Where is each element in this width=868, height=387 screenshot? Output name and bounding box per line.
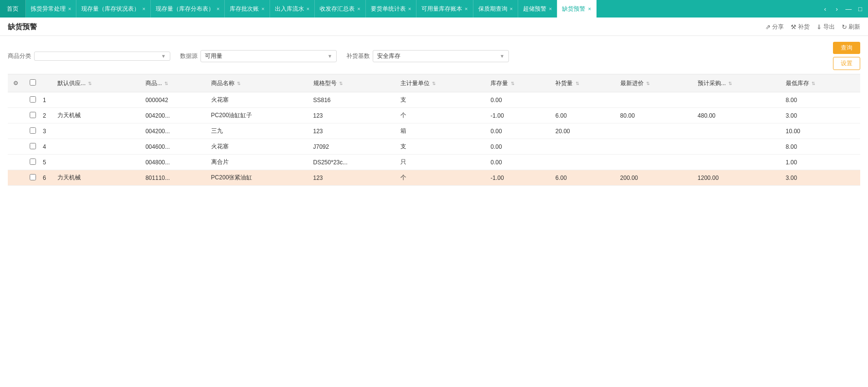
tab-bar: 首页 拣货异常处理 × 现存量（库存状况表） × 现存量（库存分布表） × 库存…	[0, 0, 868, 18]
latest-price-column-header[interactable]: 最新进价 ⇅	[617, 74, 695, 92]
row-gear-cell	[8, 170, 25, 186]
row-checkbox-cell[interactable]	[25, 170, 40, 186]
row-checkbox-cell[interactable]	[25, 123, 40, 139]
product-name-column-header[interactable]: 商品名称 ⇅	[208, 74, 310, 92]
row-latest-price-cell	[617, 123, 695, 139]
refresh-button[interactable]: ↻ 刷新	[842, 23, 860, 31]
select-all-checkbox[interactable]	[30, 79, 36, 86]
row-supplier-cell: 力天机械	[54, 108, 143, 123]
tab-nav-buttons: ‹ › — □	[819, 3, 868, 15]
tab-5[interactable]: 出入库流水 ×	[270, 0, 315, 18]
row-spec-cell: SS816	[310, 92, 398, 108]
row-supplier-cell: 力天机械	[54, 170, 143, 186]
row-checkbox-5[interactable]	[30, 174, 36, 180]
tab-8-close[interactable]: ×	[465, 6, 468, 12]
tab-7[interactable]: 要货单统计表 ×	[366, 0, 416, 18]
tab-1[interactable]: 拣货异常处理 ×	[26, 0, 76, 18]
tab-3-close[interactable]: ×	[217, 6, 219, 12]
gear-icon[interactable]: ⚙	[11, 78, 20, 88]
tab-10-close[interactable]: ×	[549, 6, 552, 12]
tab-maximize-button[interactable]: □	[854, 3, 866, 15]
filter-action-buttons: 查询 设置	[833, 42, 860, 70]
datasource-select[interactable]: 可用量 ▼	[200, 50, 337, 62]
spec-sort-icon: ⇅	[339, 81, 343, 86]
tab-1-close[interactable]: ×	[68, 6, 71, 12]
supplement-select[interactable]: 安全库存 ▼	[373, 50, 509, 62]
tab-4[interactable]: 库存批次账 ×	[225, 0, 270, 18]
row-product-name-cell: 火花塞	[208, 92, 310, 108]
query-button[interactable]: 查询	[833, 42, 860, 54]
row-num-cell: 3	[40, 123, 54, 139]
tab-4-close[interactable]: ×	[261, 6, 264, 12]
unit-column-header[interactable]: 主计量单位 ⇅	[398, 74, 488, 92]
tab-4-label: 库存批次账	[230, 5, 259, 13]
table-body: 1 0000042 火花塞 SS816 支 0.00 8.00 2 力天机械 0…	[8, 92, 860, 186]
supplier-column-header[interactable]: 默认供应... ⇅	[54, 74, 143, 92]
row-num-cell: 1	[40, 92, 54, 108]
tab-6-close[interactable]: ×	[357, 6, 360, 12]
row-product-name-cell: PC200张紧油缸	[208, 170, 310, 186]
estimated-purchase-column-header[interactable]: 预计采购... ⇅	[695, 74, 783, 92]
refresh-label: 刷新	[849, 23, 860, 31]
tab-prev-button[interactable]: ‹	[819, 3, 831, 15]
tab-2-label: 现存量（库存状况表）	[81, 5, 140, 13]
tab-minimize-button[interactable]: —	[843, 3, 854, 15]
row-stock-cell: 0.00	[488, 155, 552, 170]
export-button[interactable]: ⇓ 导出	[816, 23, 835, 31]
table-header-row: ⚙ 默认供应... ⇅ 商品... ⇅ 商品名称	[8, 74, 860, 92]
row-checkbox-4[interactable]	[30, 158, 36, 165]
tab-7-label: 要货单统计表	[371, 5, 406, 13]
tab-8[interactable]: 可用量库存账本 ×	[416, 0, 473, 18]
row-supplement-qty-cell: 20.00	[552, 123, 617, 139]
row-checkbox-1[interactable]	[30, 112, 36, 118]
row-checkbox-cell[interactable]	[25, 155, 40, 170]
category-select[interactable]: ▼	[34, 52, 170, 61]
row-estimated-purchase-cell	[695, 155, 783, 170]
stock-sort-icon: ⇅	[511, 81, 515, 86]
tab-9-close[interactable]: ×	[510, 6, 513, 12]
tab-11-close[interactable]: ×	[588, 6, 591, 12]
row-checkbox-cell[interactable]	[25, 139, 40, 155]
row-stock-cell: -1.00	[488, 108, 552, 123]
tab-10-label: 超储预警	[523, 5, 546, 13]
stock-column-header[interactable]: 库存量 ⇅	[488, 74, 552, 92]
product-code-column-header[interactable]: 商品... ⇅	[143, 74, 208, 92]
tab-11[interactable]: 缺货预警 ×	[557, 0, 596, 18]
tab-5-label: 出入库流水	[275, 5, 304, 13]
row-stock-cell: 0.00	[488, 123, 552, 139]
row-spec-cell: 123	[310, 123, 398, 139]
tab-3[interactable]: 现存量（库存分布表） ×	[151, 0, 225, 18]
checkbox-column-header[interactable]	[25, 74, 40, 92]
row-checkbox-3[interactable]	[30, 143, 36, 149]
row-checkbox-2[interactable]	[30, 127, 36, 134]
tab-2[interactable]: 现存量（库存状况表） ×	[76, 0, 150, 18]
tab-home[interactable]: 首页	[0, 0, 26, 18]
filter-bar: 商品分类 ▼ 数据源 可用量 ▼ 补货基数 安全库存 ▼ 查询 设置	[0, 36, 868, 74]
tab-7-close[interactable]: ×	[408, 6, 411, 12]
row-gear-cell	[8, 139, 25, 155]
min-stock-column-header[interactable]: 最低库存 ⇅	[783, 74, 860, 92]
supplement-button[interactable]: ⚒ 补货	[791, 23, 810, 31]
tab-next-button[interactable]: ›	[831, 3, 843, 15]
row-checkbox-cell[interactable]	[25, 92, 40, 108]
row-min-stock-cell: 3.00	[783, 108, 860, 123]
gear-column-header[interactable]: ⚙	[8, 74, 25, 92]
supplement-qty-column-header[interactable]: 补货量 ⇅	[552, 74, 617, 92]
category-label: 商品分类	[8, 52, 31, 60]
share-button[interactable]: ⇗ 分享	[765, 23, 784, 31]
supplement-chevron-icon: ▼	[500, 53, 505, 59]
row-checkbox-cell[interactable]	[25, 108, 40, 123]
tab-6[interactable]: 收发存汇总表 ×	[315, 0, 365, 18]
settings-button[interactable]: 设置	[833, 57, 860, 70]
table-row: 5 004800... 离合片 DS250*23c... 只 0.00 1.00	[8, 155, 860, 170]
unit-sort-icon: ⇅	[432, 81, 436, 86]
row-product-code-cell: 004200...	[143, 123, 208, 139]
category-filter-group: 商品分类 ▼	[8, 52, 170, 61]
tab-2-close[interactable]: ×	[142, 6, 145, 12]
tab-5-close[interactable]: ×	[307, 6, 309, 12]
spec-column-header[interactable]: 规格型号 ⇅	[310, 74, 398, 92]
tab-10[interactable]: 超储预警 ×	[518, 0, 557, 18]
tab-9[interactable]: 保质期查询 ×	[473, 0, 518, 18]
row-checkbox-0[interactable]	[30, 96, 36, 103]
tab-home-label: 首页	[7, 5, 18, 13]
